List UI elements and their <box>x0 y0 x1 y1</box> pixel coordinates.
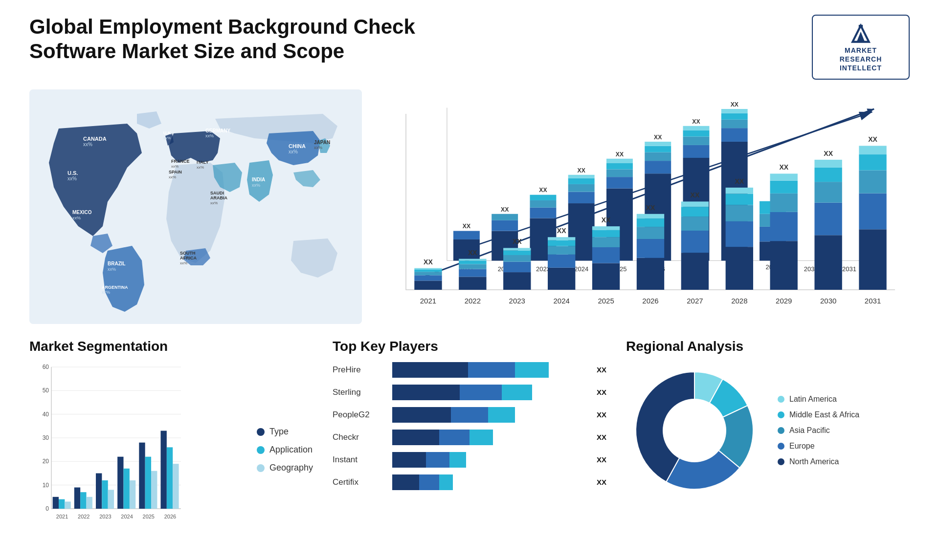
svg-text:xx%: xx% <box>83 142 92 147</box>
svg-text:ITALY: ITALY <box>197 160 209 165</box>
donut-canvas <box>626 362 763 499</box>
regional-title: Regional Analysis <box>626 339 910 354</box>
player-bar-seg3 <box>502 385 532 400</box>
player-bar-seg1 <box>392 452 426 468</box>
svg-text:JAPAN: JAPAN <box>314 140 330 145</box>
regional-legend-item: North America <box>778 457 859 466</box>
player-bar-seg2 <box>451 407 488 423</box>
legend-dot <box>257 446 265 454</box>
svg-text:MEXICO: MEXICO <box>72 210 92 215</box>
player-bar-container <box>392 430 587 445</box>
svg-text:xx%: xx% <box>67 176 77 181</box>
player-bar-seg1 <box>392 474 419 490</box>
reg-legend-dot <box>778 427 784 434</box>
regional-legend-item: Latin America <box>778 395 859 404</box>
player-bar-seg1 <box>392 407 451 423</box>
svg-text:xx%: xx% <box>169 175 176 179</box>
player-row: Certifix XX <box>333 474 606 490</box>
svg-text:U.K.: U.K. <box>163 130 172 135</box>
player-bar-label: XX <box>597 366 606 374</box>
regional-legend-item: Asia Pacific <box>778 426 859 435</box>
key-players-container: Top Key Players PreHire XX Sterling XX P… <box>333 339 606 559</box>
player-bar-label: XX <box>597 455 606 464</box>
player-bar-seg1 <box>392 385 460 400</box>
player-name: PeopleG2 <box>333 410 386 420</box>
player-bar-seg3 <box>515 362 549 378</box>
seg-chart <box>29 362 247 538</box>
player-name: Checkr <box>333 432 386 442</box>
player-row: PreHire XX <box>333 362 606 378</box>
svg-text:xx%: xx% <box>108 267 116 272</box>
player-row: Sterling XX <box>333 385 606 400</box>
page-container: Global Employment Background Check Softw… <box>0 0 939 560</box>
key-players-title: Top Key Players <box>333 339 606 354</box>
player-bar-label: XX <box>597 433 606 441</box>
svg-text:xx%: xx% <box>72 215 81 220</box>
regional-legend: Latin AmericaMiddle East & AfricaAsia Pa… <box>778 395 859 466</box>
segmentation-inner: TypeApplicationGeography <box>29 362 313 538</box>
svg-text:SPAIN: SPAIN <box>169 170 182 174</box>
logo-icon <box>849 22 873 46</box>
svg-text:ARGENTINA: ARGENTINA <box>102 285 128 290</box>
seg-chart-canvas <box>29 362 186 528</box>
legend-dot <box>257 464 265 472</box>
player-name: Instant <box>333 455 386 465</box>
player-bar-seg2 <box>426 452 449 468</box>
player-bar-seg3 <box>439 474 453 490</box>
svg-text:SOUTH: SOUTH <box>180 251 196 256</box>
player-bar-container <box>392 474 587 490</box>
donut-container <box>626 362 763 499</box>
legend-item-type: Type <box>257 427 313 437</box>
player-bar-container <box>392 452 587 468</box>
player-name: PreHire <box>333 365 386 375</box>
logo-area: MARKET RESEARCH INTELLECT <box>812 15 910 80</box>
svg-text:xx%: xx% <box>314 145 322 150</box>
svg-text:CANADA: CANADA <box>83 136 107 142</box>
segmentation-container: Market Segmentation TypeApplicationGeogr… <box>29 339 313 559</box>
player-bar-container <box>392 407 587 423</box>
player-bar-seg2 <box>439 430 470 445</box>
svg-text:FRANCE: FRANCE <box>171 159 190 164</box>
svg-text:xx%: xx% <box>180 261 187 265</box>
svg-text:U.S.: U.S. <box>67 170 78 176</box>
seg-legend: TypeApplicationGeography <box>257 362 313 538</box>
svg-text:BRAZIL: BRAZIL <box>108 261 126 266</box>
svg-text:SAUDI: SAUDI <box>210 191 224 195</box>
player-name: Sterling <box>333 388 386 397</box>
player-bar-seg3 <box>449 452 466 468</box>
reg-legend-dot <box>778 458 784 465</box>
svg-text:xx%: xx% <box>163 136 171 140</box>
svg-text:xx%: xx% <box>289 149 298 154</box>
svg-text:INDIA: INDIA <box>252 177 265 182</box>
player-bar-seg3 <box>488 407 515 423</box>
player-bar-seg2 <box>460 385 502 400</box>
player-name: Certifix <box>333 477 386 487</box>
world-map-svg: CANADA xx% U.S. xx% MEXICO xx% BRAZIL xx… <box>29 89 362 324</box>
svg-text:xx%: xx% <box>102 290 110 295</box>
svg-text:AFRICA: AFRICA <box>180 256 197 260</box>
player-bar-label: XX <box>597 478 606 486</box>
legend-item-application: Application <box>257 445 313 455</box>
header: Global Employment Background Check Softw… <box>29 15 910 80</box>
top-section: CANADA xx% U.S. xx% MEXICO xx% BRAZIL xx… <box>29 89 910 324</box>
map-container: CANADA xx% U.S. xx% MEXICO xx% BRAZIL xx… <box>29 89 362 324</box>
player-row: PeopleG2 XX <box>333 407 606 423</box>
player-bar-seg1 <box>392 430 439 445</box>
players-list: PreHire XX Sterling XX PeopleG2 XX <box>333 362 606 490</box>
reg-legend-dot <box>778 443 784 450</box>
bottom-section: Market Segmentation TypeApplicationGeogr… <box>29 339 910 559</box>
regional-legend-item: Europe <box>778 442 859 451</box>
logo-text: MARKET RESEARCH INTELLECT <box>840 46 882 73</box>
player-bar-label: XX <box>597 388 606 396</box>
bar-chart-container: XX 2021 XX 2022 XX 2023 <box>381 89 910 324</box>
segmentation-title: Market Segmentation <box>29 339 313 354</box>
svg-text:xx%: xx% <box>171 164 179 169</box>
player-bar-container <box>392 362 587 378</box>
player-bar-seg2 <box>419 474 439 490</box>
player-bar-label: XX <box>597 410 606 419</box>
player-bar-seg3 <box>470 430 493 445</box>
svg-text:ARABIA: ARABIA <box>210 195 227 200</box>
player-bar-container <box>392 385 587 400</box>
svg-text:xx%: xx% <box>252 183 260 188</box>
regional-container: Regional Analysis Latin AmericaMiddle Ea… <box>626 339 910 559</box>
